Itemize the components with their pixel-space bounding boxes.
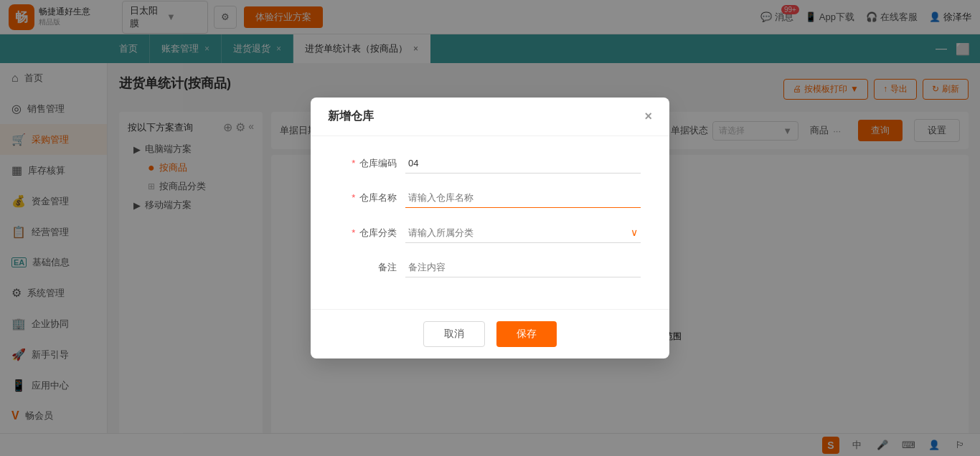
category-dropdown-icon[interactable]: ∨	[631, 227, 638, 238]
modal-new-warehouse: 新增仓库 × * 仓库编码 * 仓库名称	[311, 98, 669, 358]
form-row-category: * 仓库分类 ∨	[339, 222, 641, 243]
modal-title: 新增仓库	[328, 109, 374, 124]
modal-footer: 取消 保存	[311, 309, 669, 358]
form-row-code: * 仓库编码	[339, 153, 641, 174]
modal-overlay: 新增仓库 × * 仓库编码 * 仓库名称	[0, 0, 980, 456]
warehouse-code-input[interactable]	[405, 153, 641, 174]
warehouse-category-select[interactable]: ∨	[405, 222, 641, 243]
form-row-name: * 仓库名称	[339, 188, 641, 208]
modal-body: * 仓库编码 * 仓库名称 * 仓库分类	[311, 136, 669, 309]
warehouse-code-label: * 仓库编码	[339, 157, 397, 170]
warehouse-name-input[interactable]	[405, 188, 641, 208]
cancel-button[interactable]: 取消	[423, 321, 485, 347]
form-row-remark: 备注	[339, 257, 641, 277]
warehouse-name-label: * 仓库名称	[339, 191, 397, 204]
remark-label: 备注	[339, 261, 397, 274]
warehouse-category-input[interactable]	[408, 227, 631, 238]
modal-close-button[interactable]: ×	[644, 109, 652, 124]
modal-header: 新增仓库 ×	[311, 98, 669, 136]
remark-input[interactable]	[405, 257, 641, 277]
save-button[interactable]: 保存	[496, 321, 557, 347]
warehouse-category-label: * 仓库分类	[339, 227, 397, 239]
